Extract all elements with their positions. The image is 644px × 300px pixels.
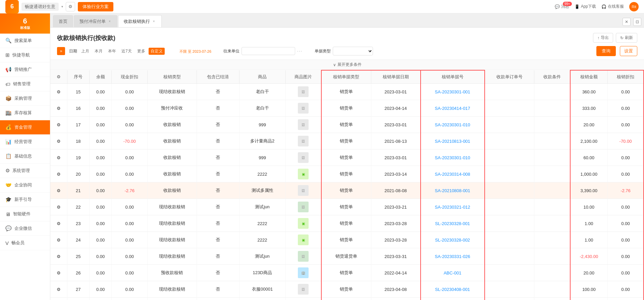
td-settings-17[interactable]: ⚙ bbox=[50, 117, 67, 133]
export-btn[interactable]: ↑ 导出 bbox=[593, 33, 613, 43]
bill-no-link-25[interactable]: SA-20230331-026 bbox=[435, 254, 470, 259]
sidebar-item-sales[interactable]: 🏷销售管理 bbox=[0, 77, 50, 91]
td-settings-20[interactable]: ⚙ bbox=[50, 166, 67, 182]
sidebar-item-member[interactable]: V畅会员 bbox=[0, 236, 50, 250]
td-cash-discount-18: -70.00 bbox=[112, 133, 148, 149]
td-settings-28[interactable]: ⚙ bbox=[50, 298, 67, 300]
more-opt[interactable]: 更多 bbox=[135, 48, 147, 55]
this-month-opt[interactable]: 本月 bbox=[93, 48, 105, 55]
th-goods: 商品 bbox=[239, 70, 285, 84]
bill-no-link-17[interactable]: SA-20230301-010 bbox=[435, 122, 470, 127]
solution-btn[interactable]: 体验行业方案 bbox=[78, 2, 113, 11]
td-settings-27[interactable]: ⚙ bbox=[50, 281, 67, 298]
tab-home[interactable]: 首页 bbox=[53, 15, 73, 27]
td-settings-21[interactable]: ⚙ bbox=[50, 182, 67, 199]
last-month-opt[interactable]: 上月 bbox=[79, 48, 91, 55]
sidebar-item-enterprise[interactable]: 🤝企业协同 bbox=[0, 178, 50, 192]
td-no-24: 24 bbox=[67, 232, 89, 248]
last7-opt[interactable]: 近7天 bbox=[119, 48, 134, 55]
partner-input[interactable] bbox=[241, 47, 295, 55]
bill-no-link-26[interactable]: ABC-001 bbox=[444, 270, 462, 275]
sidebar-item-wechat[interactable]: 💬企业微信 bbox=[0, 221, 50, 236]
refresh-btn[interactable]: ↻ 刷新 bbox=[616, 33, 637, 43]
bill-no-link-16[interactable]: SA-20230414-017 bbox=[435, 106, 470, 111]
sidebar-item-marketing[interactable]: 📢营销推广 bbox=[0, 62, 50, 77]
app-download-btn[interactable]: 📱 App下载 bbox=[575, 4, 596, 9]
td-settings-16[interactable]: ⚙ bbox=[50, 100, 67, 117]
th-verify-amount: 核销金额 bbox=[570, 70, 608, 84]
td-verify-type-17: 收款核销 bbox=[148, 117, 197, 133]
sidebar-item-inventory[interactable]: 🏬库存核算 bbox=[0, 106, 50, 120]
td-settings-19[interactable]: ⚙ bbox=[50, 149, 67, 166]
sidebar-item-system[interactable]: ⚙系统管理 bbox=[0, 164, 50, 178]
td-verify-bill-no-15: SA-20230301-001 bbox=[421, 84, 485, 100]
filter-settings-btn[interactable]: 设置 bbox=[620, 46, 637, 56]
bill-no-link-20[interactable]: SA-20230314-008 bbox=[435, 172, 470, 177]
bill-no-link-24[interactable]: SL-20230328-002 bbox=[435, 238, 470, 243]
bill-no-link-27[interactable]: SL-20230408-001 bbox=[435, 287, 470, 292]
export-icon: ↑ bbox=[597, 36, 599, 40]
th-no: 序号 bbox=[67, 70, 89, 84]
td-verify-bill-type-24: 销货单 bbox=[321, 232, 371, 248]
bill-no-link-18[interactable]: SA-20210813-001 bbox=[435, 139, 470, 144]
tab-receipts[interactable]: 收款核销执行× bbox=[118, 15, 162, 27]
td-balance-24: 0.00 bbox=[89, 232, 111, 248]
top-bar: 6 畅捷通谱好生意 ▾ ⚙ 体验行业方案 💬 消息 99+ 📱 App下载 🎧 … bbox=[0, 0, 644, 13]
edition-label: 标准版 bbox=[20, 26, 30, 30]
close-tab-btn[interactable]: ✕ bbox=[623, 18, 631, 26]
td-verify-bill-type-15: 销货单 bbox=[321, 84, 371, 100]
td-settings-25[interactable]: ⚙ bbox=[50, 248, 67, 265]
tab-prepay[interactable]: 预付冲应付单× bbox=[74, 15, 117, 27]
sidebar-item-search[interactable]: 🔍搜索菜单 bbox=[0, 34, 50, 48]
custom-opt[interactable]: 自定义 bbox=[149, 48, 165, 55]
online-service-label: 在线客服 bbox=[608, 4, 624, 9]
td-verify-discount-19: 0.00 bbox=[607, 149, 644, 166]
bill-no-link-21[interactable]: SA-20210808-001 bbox=[435, 188, 470, 193]
sidebar-item-basic[interactable]: 📋基础信息 bbox=[0, 149, 50, 164]
maximize-btn[interactable]: ⊡ bbox=[633, 18, 641, 26]
td-balance-25: 0.00 bbox=[89, 248, 111, 265]
td-settings-18[interactable]: ⚙ bbox=[50, 133, 67, 149]
sidebar-label-capital: 资金管理 bbox=[14, 124, 32, 130]
th-settings[interactable]: ⚙ bbox=[50, 70, 67, 84]
message-badge: 99+ bbox=[563, 2, 572, 6]
td-receipt-order-no-28 bbox=[485, 298, 534, 300]
sidebar-item-quicknav[interactable]: ⊞快捷导航 bbox=[0, 48, 50, 62]
td-receipt-condition-17 bbox=[534, 117, 570, 133]
bill-type-select[interactable] bbox=[333, 47, 373, 55]
expand-more-bar[interactable]: ∨ 展开更多条件 bbox=[50, 60, 644, 70]
td-goods-img-21: 🖼 bbox=[285, 182, 321, 199]
td-no-21: 21 bbox=[67, 182, 89, 199]
online-service-btn[interactable]: 🎧 在线客服 bbox=[601, 4, 624, 9]
company-dropdown-icon[interactable]: ▾ bbox=[61, 5, 63, 8]
td-settings-24[interactable]: ⚙ bbox=[50, 232, 67, 248]
td-goods-25: 测试jun bbox=[239, 248, 285, 265]
sidebar-item-newguide[interactable]: 🎓新手引导 bbox=[0, 192, 50, 207]
td-balance-17: 0.00 bbox=[89, 117, 111, 133]
tab-close-receipts[interactable]: × bbox=[152, 19, 156, 24]
td-settings-22[interactable]: ⚙ bbox=[50, 199, 67, 215]
filter-expand-btn[interactable]: » bbox=[57, 47, 65, 55]
settings-icon[interactable]: ⚙ bbox=[66, 2, 75, 11]
sidebar-item-purchase[interactable]: 📦采购管理 bbox=[0, 91, 50, 106]
bill-no-link-22[interactable]: SA-20230321-012 bbox=[435, 205, 470, 210]
tab-close-prepay[interactable]: × bbox=[108, 19, 112, 24]
td-verify-discount-27: 0.00 bbox=[607, 281, 644, 298]
avatar[interactable]: Rit bbox=[629, 2, 639, 11]
message-icon: 💬 bbox=[555, 4, 560, 9]
td-receipt-order-no-25 bbox=[485, 248, 534, 265]
bill-no-link-15[interactable]: SA-20230301-001 bbox=[435, 89, 470, 94]
td-verify-bill-date-25: 2023-03-31 bbox=[371, 248, 421, 265]
sidebar-item-capital[interactable]: 💰资金管理 bbox=[0, 120, 50, 135]
bill-no-link-23[interactable]: SL-20230328-001 bbox=[435, 221, 470, 226]
this-year-opt[interactable]: 本年 bbox=[106, 48, 118, 55]
query-btn[interactable]: 查询 bbox=[596, 46, 616, 56]
td-settings-23[interactable]: ⚙ bbox=[50, 215, 67, 232]
sidebar-item-hardware[interactable]: 🖥智能硬件 bbox=[0, 207, 50, 221]
td-settings-26[interactable]: ⚙ bbox=[50, 265, 67, 281]
sidebar-item-operation[interactable]: 📊经营管理 bbox=[0, 135, 50, 149]
td-verify-bill-no-22: SA-20230321-012 bbox=[421, 199, 485, 215]
bill-no-link-19[interactable]: SA-20230301-010 bbox=[435, 155, 470, 160]
td-settings-15[interactable]: ⚙ bbox=[50, 84, 67, 100]
message-btn[interactable]: 💬 消息 99+ bbox=[555, 4, 569, 9]
